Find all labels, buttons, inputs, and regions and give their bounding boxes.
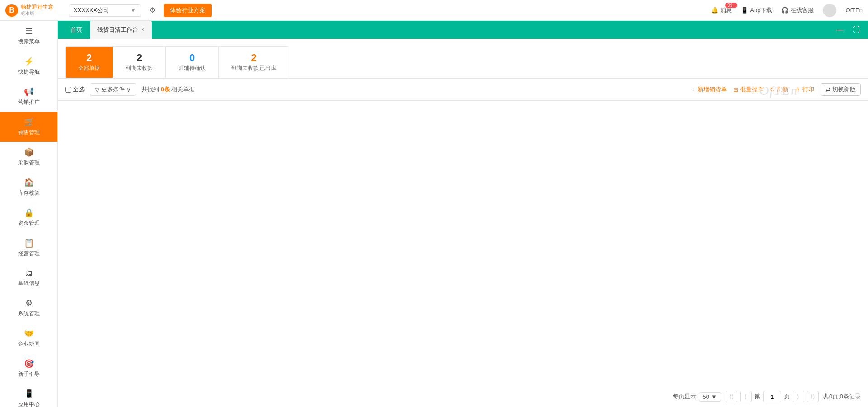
- chevron-down-icon: ▼: [130, 7, 136, 14]
- table-area: [58, 101, 868, 386]
- sidebar-item-purchase[interactable]: 📦 采购管理: [0, 142, 57, 172]
- online-service-button[interactable]: 🎧 在线客服: [781, 6, 814, 14]
- logo-text-area: 畅捷通好生意 标准版: [21, 4, 53, 17]
- sidebar-item-search-menu[interactable]: ☰ 搜索菜单: [0, 21, 57, 51]
- trial-button[interactable]: 体验行业方案: [164, 4, 212, 17]
- select-all-input[interactable]: [65, 87, 71, 93]
- sidebar-label-system: 系统管理: [18, 310, 40, 318]
- messages-button[interactable]: 🔔 消息 99+: [711, 6, 732, 14]
- filter-icon: ▽: [95, 86, 99, 93]
- marketing-icon: 📢: [24, 87, 34, 97]
- tab-maximize-button[interactable]: ⛶: [850, 25, 863, 35]
- stats-area: 2 全部单据 2 到期未收款 0 旺辅待确认 2 到期未收款 已出库: [58, 39, 868, 79]
- stat-card-out[interactable]: 2 到期未收款 已出库: [219, 47, 289, 78]
- sidebar-item-marketing[interactable]: 📢 营销推广: [0, 81, 57, 112]
- found-text: 共找到 0条 相关单据: [142, 85, 195, 94]
- page-suffix: 页: [784, 393, 790, 401]
- stat-number-all: 2: [78, 52, 100, 64]
- header-right: 🔔 消息 99+ 📱 App下载 🎧 在线客服 OfTEn: [711, 4, 863, 17]
- app-download-button[interactable]: 📱 App下载: [741, 6, 772, 14]
- sidebar-item-quick-nav[interactable]: ⚡ 快捷导航: [0, 51, 57, 81]
- per-page-label: 每页显示: [673, 393, 696, 401]
- sidebar-label-inventory: 库存核算: [18, 189, 40, 197]
- settings-button[interactable]: ⚙: [146, 4, 159, 17]
- tab-active-label: 钱货日清工作台: [97, 26, 138, 34]
- company-name: XXXXXX公司: [74, 6, 109, 14]
- stat-label-all: 全部单据: [78, 65, 100, 72]
- select-all-label: 全选: [73, 85, 85, 94]
- per-page-dropdown[interactable]: 50 ▼: [699, 392, 721, 402]
- app-title: 畅捷通好生意: [21, 4, 53, 11]
- sidebar-item-system[interactable]: ⚙ 系统管理: [0, 293, 57, 323]
- workspace: 2 全部单据 2 到期未收款 0 旺辅待确认 2 到期未收款 已出库: [58, 39, 868, 407]
- app-subtitle: 标准版: [21, 10, 53, 17]
- select-all-checkbox[interactable]: 全选: [65, 85, 85, 94]
- toolbar: 全选 ▽ 更多条件 ∨ 共找到 0条 相关单据 + 新增销货单 ⊞ 批量操作: [58, 79, 868, 101]
- switch-new-version-button[interactable]: ⇄ 切换新版: [821, 83, 861, 96]
- tab-active[interactable]: 钱货日清工作台 ×: [90, 21, 152, 39]
- stat-number-out: 2: [231, 52, 276, 64]
- last-page-button[interactable]: ⟩⟩: [807, 391, 819, 402]
- headset-icon: 🎧: [781, 7, 788, 14]
- sidebar-label-guide: 新手引导: [18, 370, 40, 378]
- refresh-button[interactable]: ↻ 刷新: [770, 85, 788, 94]
- batch-label: 批量操作: [740, 85, 764, 94]
- sidebar-item-enterprise[interactable]: 🤝 企业协同: [0, 323, 57, 353]
- logo-area: B 畅捷通好生意 标准版: [5, 4, 63, 17]
- batch-operations-button[interactable]: ⊞ 批量操作: [733, 85, 764, 94]
- page-input[interactable]: [763, 391, 781, 402]
- filter-button[interactable]: ▽ 更多条件 ∨: [90, 83, 136, 96]
- per-page-value: 50: [703, 393, 709, 400]
- prev-page-button[interactable]: ⟨: [740, 391, 752, 402]
- stat-number-overdue: 2: [126, 52, 153, 64]
- sidebar-item-finance[interactable]: 🔒 资金管理: [0, 202, 57, 233]
- user-name[interactable]: OfTEn: [845, 7, 863, 14]
- switch-label: 切换新版: [832, 85, 856, 94]
- avatar[interactable]: [823, 4, 836, 17]
- add-sales-order-button[interactable]: + 新增销货单: [693, 85, 727, 94]
- tab-minimize-button[interactable]: —: [834, 25, 846, 35]
- sidebar-item-basic-info[interactable]: 🗂 基础信息: [0, 263, 57, 293]
- page-prefix: 第: [755, 393, 760, 401]
- sidebar-item-sales[interactable]: 🛒 销售管理: [0, 112, 57, 142]
- sidebar-item-inventory[interactable]: 🏠 库存核算: [0, 172, 57, 202]
- app-center-icon: 📱: [24, 389, 34, 399]
- stat-card-overdue[interactable]: 2 到期未收款: [113, 47, 166, 78]
- tab-close-icon[interactable]: ×: [141, 27, 144, 33]
- next-page-button[interactable]: ⟩: [793, 391, 804, 402]
- batch-icon: ⊞: [733, 86, 738, 93]
- company-selector[interactable]: XXXXXX公司 ▼: [69, 4, 141, 17]
- guide-icon: 🎯: [24, 359, 34, 369]
- tab-bar-actions: — ⛶: [834, 25, 863, 35]
- tab-home-label: 首页: [71, 26, 82, 34]
- refresh-icon: ↻: [770, 86, 775, 93]
- sidebar-label-quick-nav: 快捷导航: [18, 68, 40, 76]
- enterprise-icon: 🤝: [24, 328, 34, 338]
- basic-info-icon: 🗂: [25, 268, 33, 278]
- system-icon: ⚙: [25, 298, 33, 308]
- online-service-label: 在线客服: [790, 6, 814, 14]
- stat-card-all[interactable]: 2 全部单据: [66, 47, 113, 78]
- print-button[interactable]: 🖨 打印: [795, 85, 814, 94]
- chevron-icon: ∨: [127, 86, 131, 93]
- logo-icon: B: [5, 4, 18, 17]
- per-page-select: 每页显示 50 ▼: [673, 392, 721, 402]
- page-nav: ⟨⟨ ⟨ 第 页 ⟩ ⟩⟩: [726, 391, 819, 402]
- stat-card-pending[interactable]: 0 旺辅待确认: [166, 47, 219, 78]
- sidebar-item-operations[interactable]: 📋 经营管理: [0, 233, 57, 263]
- sidebar-item-app-center[interactable]: 📱 应用中心: [0, 384, 57, 407]
- sidebar-label-operations: 经营管理: [18, 250, 40, 257]
- tab-home[interactable]: 首页: [63, 21, 90, 39]
- operations-icon: 📋: [24, 238, 34, 248]
- messages-badge: 99+: [725, 3, 737, 8]
- sidebar-item-guide[interactable]: 🎯 新手引导: [0, 353, 57, 384]
- first-page-button[interactable]: ⟨⟨: [726, 391, 737, 402]
- sales-icon: 🛒: [24, 117, 34, 127]
- app-download-label: App下载: [750, 6, 772, 14]
- per-page-chevron: ▼: [711, 393, 717, 400]
- sidebar-label-enterprise: 企业协同: [18, 340, 40, 348]
- found-count: 0条: [161, 86, 170, 93]
- sidebar-label-marketing: 营销推广: [18, 98, 40, 106]
- found-suffix: 相关单据: [171, 86, 195, 93]
- purchase-icon: 📦: [24, 147, 34, 157]
